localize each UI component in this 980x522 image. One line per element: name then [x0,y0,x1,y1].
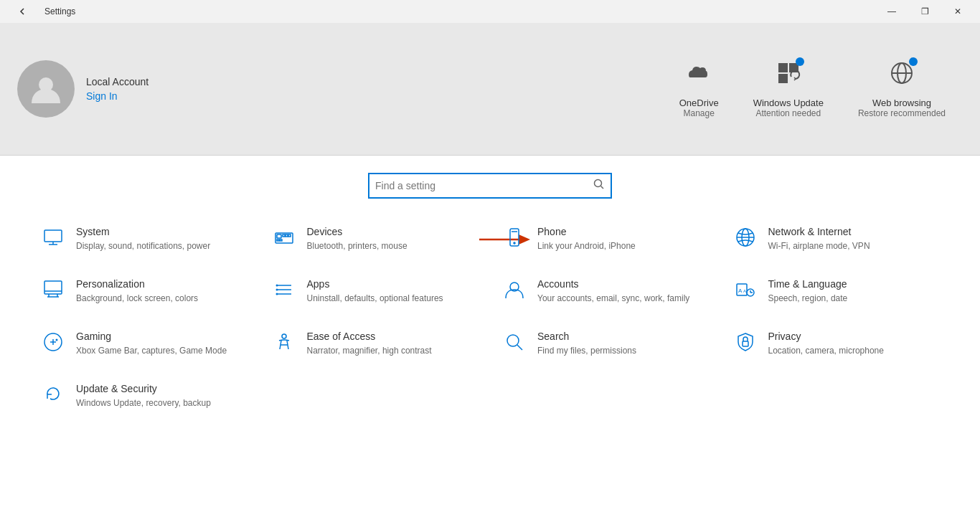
widget-web-browsing[interactable]: Web browsing Restore recommended [841,52,963,127]
svg-point-7 [595,180,602,187]
setting-item-apps[interactable]: Apps Uninstall, defaults, optional featu… [260,265,491,318]
privacy-title: Privacy [768,331,941,342]
windows-update-subtitle: Attention needed [755,108,821,118]
personalization-icon [40,280,66,305]
setting-item-network[interactable]: Network & Internet Wi-Fi, airplane mode,… [721,213,952,265]
ease-icon [271,332,297,357]
apps-text: Apps Uninstall, defaults, optional featu… [307,278,479,305]
time-subtitle: Speech, region, date [768,293,941,305]
web-browsing-title: Web browsing [872,98,931,108]
windows-update-badge [796,57,804,66]
network-title: Network & Internet [768,226,941,237]
svg-rect-16 [283,234,285,237]
setting-item-privacy[interactable]: Privacy Location, camera, microphone [721,318,952,370]
svg-text:A: A [738,288,743,294]
widget-windows-update[interactable]: Windows Update Attention needed [736,52,841,127]
settings-grid: System Display, sound, notifications, po… [29,213,951,422]
time-icon: A A [732,280,758,305]
accounts-title: Accounts [537,278,710,290]
maximize-button[interactable]: ❐ [908,0,941,23]
update-title: Update & Security [76,383,248,394]
titlebar-title: Settings [44,6,75,16]
onedrive-subtitle: Manage [684,108,715,118]
header: Local Account Sign In OneDrive Manage [0,23,980,156]
onedrive-icon [686,60,712,92]
svg-rect-3 [778,74,788,83]
avatar [17,60,75,118]
windows-update-icon [776,60,801,92]
back-button[interactable] [6,0,39,23]
svg-rect-17 [286,234,288,237]
update-subtitle: Windows Update, recovery, backup [76,397,248,409]
network-text: Network & Internet Wi-Fi, airplane mode,… [768,226,941,252]
setting-item-search[interactable]: Search Find my files, permissions [490,318,721,370]
accounts-subtitle: Your accounts, email, sync, work, family [537,293,710,305]
network-subtitle: Wi-Fi, airplane mode, VPN [768,240,941,252]
devices-title: Devices [307,226,479,237]
privacy-text: Privacy Location, camera, microphone [768,331,941,357]
devices-subtitle: Bluetooth, printers, mouse [307,240,479,252]
user-info: Local Account Sign In [86,76,149,102]
svg-rect-13 [277,234,281,238]
gaming-title: Gaming [76,331,248,342]
search-text: Search Find my files, permissions [537,331,710,357]
svg-point-50 [507,335,519,346]
time-text: Time & Language Speech, region, date [768,278,941,305]
personalization-text: Personalization Background, lock screen,… [76,278,248,305]
widget-onedrive[interactable]: OneDrive Manage [662,52,736,127]
titlebar-left: Settings [6,0,75,23]
personalization-subtitle: Background, lock screen, colors [76,293,248,305]
setting-item-gaming[interactable]: Gaming Xbox Game Bar, captures, Game Mod… [29,318,260,370]
setting-item-update[interactable]: Update & Security Windows Update, recove… [29,370,260,422]
svg-point-48 [56,339,58,341]
setting-item-time[interactable]: A A Time & Language Speech, region, date [721,265,952,318]
search-input[interactable] [375,180,593,191]
svg-point-37 [275,293,278,295]
minimize-button[interactable]: — [875,0,908,23]
update-icon [40,384,66,409]
search-button[interactable] [593,179,605,193]
gaming-icon [40,332,66,357]
svg-point-35 [275,285,278,287]
apps-title: Apps [307,278,479,290]
web-browsing-badge [909,57,918,66]
search-title: Search [537,331,710,342]
phone-icon [501,227,527,252]
accounts-icon [501,280,527,305]
time-title: Time & Language [768,278,941,290]
user-section: Local Account Sign In [17,60,149,118]
apps-icon [271,280,297,305]
setting-item-personalization[interactable]: Personalization Background, lock screen,… [29,265,260,318]
search-box [368,173,612,199]
ease-title: Ease of Access [307,331,479,342]
svg-point-36 [275,289,278,291]
svg-point-49 [282,334,286,338]
sign-in-link[interactable]: Sign In [86,90,149,102]
ease-subtitle: Narrator, magnifier, high contrast [307,345,479,357]
web-browsing-subtitle: Restore recommended [858,108,946,118]
accounts-text: Accounts Your accounts, email, sync, wor… [537,278,710,305]
search-container [29,156,951,213]
setting-item-ease[interactable]: Ease of Access Narrator, magnifier, high… [260,318,491,370]
system-subtitle: Display, sound, notifications, power [76,240,248,252]
header-widgets: OneDrive Manage Windows Update Attention… [662,52,963,127]
onedrive-title: OneDrive [679,98,719,108]
windows-update-title: Windows Update [753,98,824,108]
setting-item-accounts[interactable]: Accounts Your accounts, email, sync, wor… [490,265,721,318]
system-title: System [76,226,248,237]
setting-item-phone[interactable]: Phone Link your Android, iPhone [490,213,721,265]
svg-rect-14 [277,239,279,241]
setting-item-system[interactable]: System Display, sound, notifications, po… [29,213,260,265]
setting-item-devices[interactable]: Devices Bluetooth, printers, mouse [260,213,491,265]
update-text: Update & Security Windows Update, recove… [76,383,248,409]
phone-subtitle: Link your Android, iPhone [537,240,710,252]
gaming-subtitle: Xbox Game Bar, captures, Game Mode [76,345,248,357]
devices-icon [271,227,297,252]
close-button[interactable]: ✕ [941,0,974,23]
svg-point-22 [514,242,515,244]
search-subtitle: Find my files, permissions [537,345,710,357]
phone-text: Phone Link your Android, iPhone [537,226,710,252]
titlebar: Settings — ❐ ✕ [0,0,980,23]
svg-line-51 [517,345,522,350]
web-browsing-icon [889,60,915,92]
